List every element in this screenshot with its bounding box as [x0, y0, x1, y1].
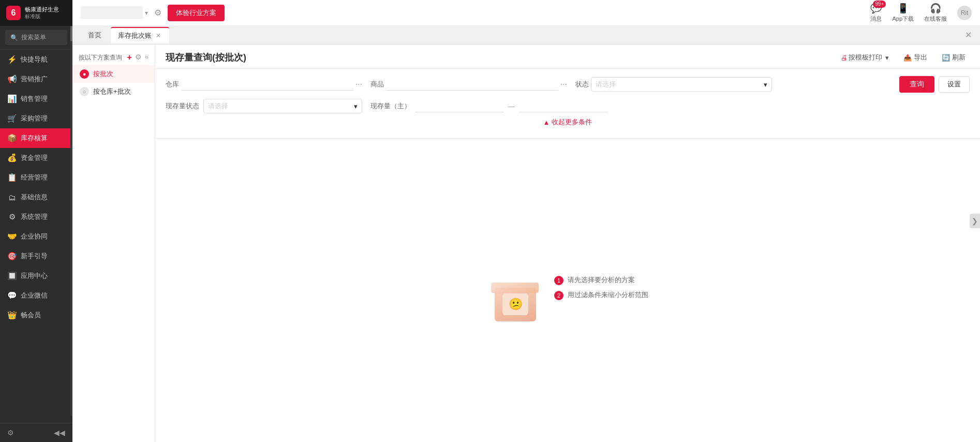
- illustration-box-lid: [491, 283, 539, 293]
- filter-row-2: 现存量状态 请选择 ▾ 现存量（主） —: [166, 99, 970, 113]
- sidebar-item-system[interactable]: ⚙ 系统管理: [0, 207, 72, 227]
- left-panel-header: 按以下方案查询 + ⚙ «: [72, 50, 155, 65]
- plan-dot-gray: ○: [80, 87, 89, 96]
- status-filter: 状态 请选择 ▾: [575, 77, 772, 92]
- sales-icon: 📊: [7, 94, 17, 104]
- finance-icon: 💰: [7, 153, 17, 163]
- sidebar-search-area: 🔍 搜索菜单: [0, 26, 72, 50]
- sidebar-item-sales[interactable]: 📊 销售管理: [0, 89, 72, 109]
- search-menu-button[interactable]: 🔍 搜索菜单: [5, 30, 67, 45]
- warehouse-dots[interactable]: ···: [355, 80, 362, 89]
- empty-step-2: 2 用过滤条件来缩小分析范围: [554, 290, 648, 300]
- refresh-icon: 🔄: [942, 54, 950, 62]
- sidebar-item-guide[interactable]: 🎯 新手引导: [0, 246, 72, 266]
- sidebar-scrollbar-thumb[interactable]: [70, 26, 72, 41]
- plan-item-by-warehouse-batch[interactable]: ○ 按仓库+批次: [72, 83, 155, 100]
- inventory-qty-max-input[interactable]: [519, 100, 608, 112]
- warehouse-input[interactable]: [181, 78, 353, 91]
- inventory-qty-min-input[interactable]: [415, 100, 504, 112]
- purchase-icon: 🛒: [7, 114, 17, 123]
- topbar-gear-icon[interactable]: ⚙: [154, 8, 161, 18]
- support-icon: 🎧: [930, 3, 941, 14]
- wechat-icon: 💬: [7, 291, 17, 300]
- query-button[interactable]: 查询: [899, 76, 934, 93]
- tab-close-icon[interactable]: ✕: [155, 32, 162, 39]
- empty-illustration: 😕: [487, 264, 539, 316]
- tab-home[interactable]: 首页: [81, 27, 109, 43]
- left-panel-icons: + ⚙ «: [127, 53, 149, 62]
- sidebar-bottom: ⚙ ◀◀: [0, 423, 72, 442]
- inventory-qty-filter: 现存量（主） —: [370, 100, 567, 112]
- topbar-search-input[interactable]: [81, 6, 143, 19]
- topbar-chevron-icon[interactable]: ▾: [145, 9, 148, 17]
- sidebar-item-operations[interactable]: 📋 经营管理: [0, 168, 72, 187]
- left-plan-panel: 按以下方案查询 + ⚙ « ● 按批次 ○ 按仓库+批次: [72, 45, 155, 442]
- guide-icon: 🎯: [7, 252, 17, 261]
- sidebar-item-purchase[interactable]: 🛒 采购管理: [0, 109, 72, 128]
- product-filter: 商品 ···: [370, 78, 567, 91]
- add-plan-icon[interactable]: +: [127, 53, 131, 62]
- sidebar-header: 6 畅康通好生意 标准版: [0, 0, 72, 26]
- topbar: ▾ ⚙ 体验行业方案 💬 消息 99+ 📱 App下载 🎧 在线客服 Rit: [72, 0, 980, 26]
- illustration-face: 😕: [502, 293, 528, 315]
- warehouse-filter: 仓库 ···: [166, 78, 362, 91]
- filter-row-1: 仓库 ··· 商品 ··· 状态 请选择: [166, 76, 970, 93]
- appstore-icon: 🔲: [7, 271, 17, 281]
- product-input[interactable]: [386, 78, 558, 91]
- print-icon: 🖨: [841, 54, 848, 62]
- company-name: 畅康通好生意: [25, 6, 59, 13]
- plan-dot-red: ●: [80, 69, 89, 79]
- plan-item-by-batch[interactable]: ● 按批次: [72, 65, 155, 83]
- print-dropdown-chevron-icon: ▾: [885, 54, 889, 62]
- tab-inventory-batch[interactable]: 库存批次账 ✕: [111, 27, 169, 43]
- settings-icon[interactable]: ⚙: [7, 429, 14, 437]
- collapse-up-icon: ▲: [543, 119, 550, 126]
- sidebar-item-wechat[interactable]: 💬 企业微信: [0, 286, 72, 305]
- page-header: 现存量查询(按批次) 🖨 按模板打印 ▾ 📤 导出 🔄: [155, 45, 980, 69]
- inventory-qty-range: —: [415, 100, 608, 112]
- export-button[interactable]: 📤 导出: [899, 51, 931, 64]
- tabbar: 首页 库存批次账 ✕ ✕: [72, 26, 980, 45]
- topbar-input-area: ▾: [81, 6, 148, 19]
- filter-buttons: 查询 设置: [899, 76, 970, 93]
- plan-settings-icon[interactable]: ⚙: [135, 53, 142, 62]
- sidebar-item-marketing[interactable]: 📢 营销推广: [0, 69, 72, 89]
- refresh-button[interactable]: 🔄 刷新: [938, 51, 970, 64]
- online-support-button[interactable]: 🎧 在线客服: [924, 3, 947, 23]
- sidebar-item-shortcut[interactable]: ⚡ 快捷导航: [0, 50, 72, 69]
- user-avatar-button[interactable]: Rit: [957, 6, 972, 20]
- empty-step-1: 1 请先选择要分析的方案: [554, 275, 648, 285]
- empty-state: 😕 1 请先选择要分析的方案 2 用过滤条件来缩小分析范围: [155, 139, 980, 442]
- sidebar-item-enterprise[interactable]: 🤝 企业协同: [0, 227, 72, 246]
- export-icon: 📤: [903, 54, 912, 62]
- filter-settings-button[interactable]: 设置: [939, 76, 970, 93]
- tabbar-close-button[interactable]: ✕: [965, 30, 972, 40]
- enterprise-icon: 🤝: [7, 232, 17, 241]
- app-version: 标准版: [25, 13, 59, 20]
- try-industry-button[interactable]: 体验行业方案: [168, 5, 225, 21]
- app-logo: 6: [6, 6, 21, 20]
- print-button[interactable]: 🖨 按模板打印 ▾: [837, 51, 893, 64]
- shortcut-icon: ⚡: [7, 55, 17, 64]
- inventory-status-select[interactable]: 请选择 ▾: [203, 99, 362, 113]
- collapse-more-button[interactable]: ▲ 收起更多条件: [166, 113, 970, 131]
- messages-button[interactable]: 💬 消息 99+: [870, 3, 882, 23]
- collapse-sidebar-icon[interactable]: ◀◀: [54, 429, 65, 437]
- sidebar-item-basic[interactable]: 🗂 基础信息: [0, 187, 72, 207]
- right-edge-toggle[interactable]: ❯: [970, 214, 980, 228]
- sidebar-item-member[interactable]: 👑 畅会员: [0, 305, 72, 325]
- app-download-button[interactable]: 📱 App下载: [892, 3, 914, 23]
- messages-badge: 99+: [873, 1, 886, 8]
- plan-collapse-icon[interactable]: «: [145, 53, 149, 62]
- marketing-icon: 📢: [7, 75, 17, 84]
- main-area: ▾ ⚙ 体验行业方案 💬 消息 99+ 📱 App下载 🎧 在线客服 Rit: [72, 0, 980, 442]
- filter-area: 仓库 ··· 商品 ··· 状态 请选择: [155, 69, 980, 139]
- status-select[interactable]: 请选择 ▾: [591, 77, 772, 92]
- empty-steps: 1 请先选择要分析的方案 2 用过滤条件来缩小分析范围: [554, 275, 648, 305]
- sidebar-item-appstore[interactable]: 🔲 应用中心: [0, 266, 72, 286]
- topbar-right: 💬 消息 99+ 📱 App下载 🎧 在线客服 Rit: [870, 3, 972, 23]
- sidebar-item-inventory[interactable]: 📦 库存核算: [0, 128, 72, 148]
- sidebar-item-finance[interactable]: 💰 资金管理: [0, 148, 72, 168]
- inventory-icon: 📦: [7, 134, 17, 143]
- product-dots[interactable]: ···: [560, 80, 567, 89]
